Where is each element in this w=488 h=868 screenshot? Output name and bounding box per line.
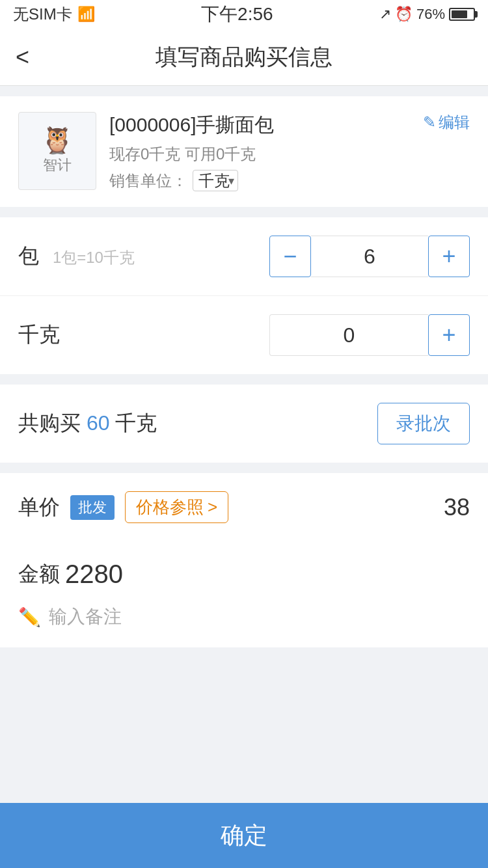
kg-plus-button[interactable]: +: [428, 314, 470, 356]
price-label: 单价: [18, 493, 60, 522]
status-right: ↗ ⏰ 76%: [379, 6, 475, 23]
amount-value: 2280: [65, 560, 123, 589]
alarm-icon: ⏰: [395, 6, 413, 23]
bag-qty-control: − +: [269, 236, 470, 277]
bag-minus-button[interactable]: −: [269, 236, 311, 277]
battery-percent: 76%: [416, 6, 445, 23]
price-ref-label: 价格参照: [136, 496, 204, 519]
price-value: 38: [444, 494, 470, 521]
price-section: 单价 批发 价格参照 > 38: [0, 473, 488, 541]
input-section: 包 1包=10千克 − + 千克 +: [0, 217, 488, 374]
note-placeholder: 输入备注: [49, 604, 122, 629]
battery-icon: [449, 8, 475, 21]
product-name: [0000006]手撕面包: [109, 112, 470, 139]
nav-bar: < 填写商品购买信息: [0, 29, 488, 86]
product-image: 🦉 智计: [18, 112, 96, 190]
kg-label: 千克: [18, 321, 269, 349]
unit-select-wrap[interactable]: 千克: [193, 170, 238, 191]
pencil-icon: ✏️: [18, 606, 41, 628]
edit-label: 编辑: [439, 112, 470, 133]
total-section: 共购买 60 千克 录批次: [0, 385, 488, 463]
product-stock: 现存0千克 可用0千克: [109, 144, 470, 165]
price-ref-button[interactable]: 价格参照 >: [125, 491, 228, 523]
bag-input[interactable]: [311, 236, 428, 277]
unit-select[interactable]: 千克: [193, 170, 238, 191]
status-left: 无SIM卡 📶: [13, 4, 95, 25]
bag-plus-button[interactable]: +: [428, 236, 470, 277]
kg-input[interactable]: [269, 314, 428, 356]
product-info: [0000006]手撕面包 现存0千克 可用0千克 销售单位： 千克: [109, 112, 470, 191]
product-unit-row: 销售单位： 千克: [109, 170, 470, 191]
amount-label: 金额: [18, 560, 60, 589]
carrier-label: 无SIM卡: [13, 4, 72, 25]
confirm-bar[interactable]: 确定: [0, 803, 488, 868]
edit-icon: ✎: [423, 113, 436, 131]
bag-hint: 1包=10千克: [53, 249, 135, 266]
time-label: 下午2:56: [201, 2, 273, 27]
batch-button[interactable]: 录批次: [377, 403, 470, 444]
product-owl-icon: 🦉: [41, 127, 74, 153]
unit-label: 销售单位：: [109, 170, 187, 191]
edit-button[interactable]: ✎ 编辑: [423, 112, 470, 133]
amount-section: 金额 2280 ✏️ 输入备注: [0, 541, 488, 647]
product-section: 🦉 智计 [0000006]手撕面包 现存0千克 可用0千克 销售单位： 千克 …: [0, 96, 488, 207]
bag-label: 包 1包=10千克: [18, 242, 269, 271]
price-type-tag: 批发: [70, 495, 115, 520]
price-ref-arrow: >: [208, 497, 217, 517]
bag-input-row: 包 1包=10千克 − +: [0, 217, 488, 296]
status-bar: 无SIM卡 📶 下午2:56 ↗ ⏰ 76%: [0, 0, 488, 29]
total-text: 共购买 60 千克: [18, 409, 157, 438]
confirm-label: 确定: [221, 820, 267, 852]
back-button[interactable]: <: [16, 44, 29, 71]
page-title: 填写商品购买信息: [156, 42, 332, 72]
location-icon: ↗: [379, 6, 391, 23]
note-row[interactable]: ✏️ 输入备注: [18, 604, 470, 647]
total-amount: 60: [87, 411, 110, 435]
kg-input-row: 千克 +: [0, 296, 488, 374]
product-img-label: 智计: [43, 156, 72, 175]
amount-row: 金额 2280: [18, 560, 470, 589]
wifi-icon: 📶: [77, 6, 95, 23]
kg-qty-control: +: [269, 314, 470, 356]
